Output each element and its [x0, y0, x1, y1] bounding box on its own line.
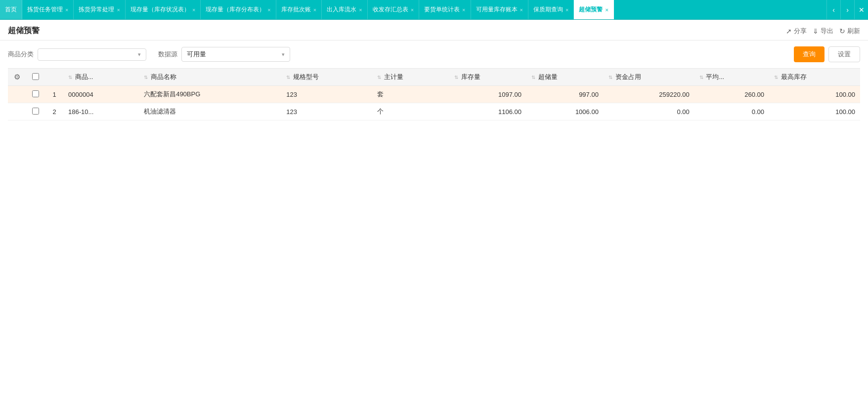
top-nav: 首页 拣货任务管理 × 拣货异常处理 × 现存量（库存状况表） × 现存量（库存…	[0, 0, 868, 20]
table-header-row: ⚙ ⇅ 商品... ⇅ 商品名称 ⇅	[8, 69, 860, 86]
th-overstock[interactable]: ⇅ 超储量	[526, 69, 604, 86]
nav-left-arrow[interactable]: ‹	[826, 0, 840, 19]
page-content: 超储预警 ➚ 分享 ⇓ 导出 ↻ 刷新 商品分类 ▾ 数据源	[0, 20, 868, 395]
nav-tab-home[interactable]: 首页	[0, 0, 22, 19]
refresh-icon: ↻	[839, 27, 845, 35]
nav-tab-recv-send[interactable]: 收发存汇总表 ×	[368, 0, 419, 19]
share-action[interactable]: ➚ 分享	[786, 27, 807, 36]
close-tab-abnormal[interactable]: ×	[117, 7, 120, 13]
close-tab-overstock[interactable]: ×	[605, 7, 608, 13]
query-button[interactable]: 查询	[794, 46, 825, 62]
datasource-label: 数据源	[158, 50, 177, 59]
nav-tab-order-stat[interactable]: 要货单统计表 ×	[419, 0, 471, 19]
nav-tab-batch[interactable]: 库存批次账 ×	[276, 0, 322, 19]
row-1-checkbox[interactable]	[32, 90, 39, 97]
td-settings-1	[8, 86, 26, 103]
th-stock[interactable]: ⇅ 库存量	[449, 69, 526, 86]
nav-close-arrow[interactable]: ✕	[854, 0, 868, 19]
share-label: 分享	[794, 27, 807, 36]
td-stock-1: 1097.00	[449, 86, 526, 103]
share-icon: ➚	[786, 27, 792, 35]
sort-spec-icon: ⇅	[286, 75, 290, 80]
td-avg-1: 260.00	[694, 86, 769, 103]
sort-avg-icon: ⇅	[699, 75, 703, 80]
td-checkbox-1	[26, 86, 45, 103]
td-index-1: 1	[45, 86, 63, 103]
refresh-action[interactable]: ↻ 刷新	[839, 27, 860, 36]
th-product-name[interactable]: ⇅ 商品名称	[139, 69, 281, 86]
td-index-2: 2	[45, 103, 63, 120]
th-checkbox	[26, 69, 45, 86]
td-spec-2: 123	[281, 103, 372, 120]
sort-capital-icon: ⇅	[608, 75, 612, 80]
close-tab-recv-send[interactable]: ×	[411, 7, 414, 13]
nav-arrows: ‹ › ✕	[826, 0, 868, 19]
close-tab-avail-stock[interactable]: ×	[520, 7, 523, 13]
sort-unit-icon: ⇅	[377, 75, 381, 80]
close-tab-stock-status[interactable]: ×	[192, 7, 195, 13]
export-label: 导出	[821, 27, 833, 36]
th-max-stock[interactable]: ⇅ 最高库存	[769, 69, 860, 86]
nav-tab-stock-status[interactable]: 现存量（库存状况表） ×	[126, 0, 201, 19]
filter-category: 商品分类 ▾	[8, 48, 146, 61]
sort-product-code-icon: ⇅	[68, 75, 72, 80]
th-capital[interactable]: ⇅ 资金占用	[604, 69, 694, 86]
page-actions: ➚ 分享 ⇓ 导出 ↻ 刷新	[786, 27, 860, 36]
nav-tab-abnormal[interactable]: 拣货异常处理 ×	[74, 0, 125, 19]
nav-tab-inout-flow[interactable]: 出入库流水 ×	[322, 0, 367, 19]
datasource-value: 可用量	[187, 50, 206, 59]
close-tab-expiry[interactable]: ×	[565, 7, 568, 13]
td-settings-2	[8, 103, 26, 120]
select-all-checkbox[interactable]	[32, 73, 39, 80]
export-icon: ⇓	[813, 27, 819, 35]
close-tab-batch[interactable]: ×	[313, 7, 316, 13]
th-avg[interactable]: ⇅ 平均...	[694, 69, 769, 86]
export-action[interactable]: ⇓ 导出	[813, 27, 833, 36]
td-avg-2: 0.00	[694, 103, 769, 120]
nav-tab-stock-dist[interactable]: 现存量（库存分布表） ×	[201, 0, 276, 19]
td-max-stock-1: 100.00	[769, 86, 860, 103]
td-overstock-2: 1006.00	[526, 103, 604, 120]
td-product-code-1: 0000004	[63, 86, 139, 103]
column-settings-icon[interactable]: ⚙	[14, 73, 20, 81]
td-unit-1: 套	[372, 86, 449, 103]
settings-button[interactable]: 设置	[828, 46, 860, 62]
refresh-label: 刷新	[847, 27, 860, 36]
row-2-checkbox[interactable]	[32, 108, 39, 115]
th-unit[interactable]: ⇅ 主计量	[372, 69, 449, 86]
filter-datasource: 数据源 可用量 ▾	[158, 47, 290, 62]
td-product-code-2: 186-10...	[63, 103, 139, 120]
datasource-chevron-icon: ▾	[282, 51, 285, 58]
sort-product-name-icon: ⇅	[144, 75, 148, 80]
td-product-name-2: 机油滤清器	[139, 103, 281, 120]
td-spec-1: 123	[281, 86, 372, 103]
close-tab-order-stat[interactable]: ×	[462, 7, 465, 13]
th-spec[interactable]: ⇅ 规格型号	[281, 69, 372, 86]
table-container: ⚙ ⇅ 商品... ⇅ 商品名称 ⇅	[0, 68, 868, 120]
category-select[interactable]: ▾	[38, 48, 146, 61]
close-tab-task-mgmt[interactable]: ×	[65, 7, 68, 13]
main-table: ⚙ ⇅ 商品... ⇅ 商品名称 ⇅	[8, 68, 860, 120]
table-row: 1 0000004 六配套新昌490BPG 123 套 10	[8, 86, 860, 103]
sort-max-stock-icon: ⇅	[774, 75, 778, 80]
page-header: 超储预警 ➚ 分享 ⇓ 导出 ↻ 刷新	[0, 20, 868, 40]
td-checkbox-2	[26, 103, 45, 120]
close-tab-stock-dist[interactable]: ×	[267, 7, 270, 13]
category-label: 商品分类	[8, 50, 34, 59]
td-capital-2: 0.00	[604, 103, 694, 120]
close-tab-inout-flow[interactable]: ×	[359, 7, 362, 13]
nav-tab-overstock[interactable]: 超储预警 ×	[574, 0, 613, 19]
th-product-code[interactable]: ⇅ 商品...	[63, 69, 139, 86]
th-settings: ⚙	[8, 69, 26, 86]
datasource-select[interactable]: 可用量 ▾	[181, 47, 290, 62]
category-chevron-icon: ▾	[138, 51, 141, 58]
nav-tab-avail-stock[interactable]: 可用量库存账本 ×	[471, 0, 528, 19]
nav-right-arrow[interactable]: ›	[840, 0, 854, 19]
td-stock-2: 1106.00	[449, 103, 526, 120]
filter-bar: 商品分类 ▾ 数据源 可用量 ▾ 查询 设置	[0, 40, 868, 68]
td-max-stock-2: 100.00	[769, 103, 860, 120]
td-product-name-1: 六配套新昌490BPG	[139, 86, 281, 103]
nav-tab-task-mgmt[interactable]: 拣货任务管理 ×	[22, 0, 74, 19]
td-capital-1: 259220.00	[604, 86, 694, 103]
nav-tab-expiry[interactable]: 保质期查询 ×	[528, 0, 574, 19]
